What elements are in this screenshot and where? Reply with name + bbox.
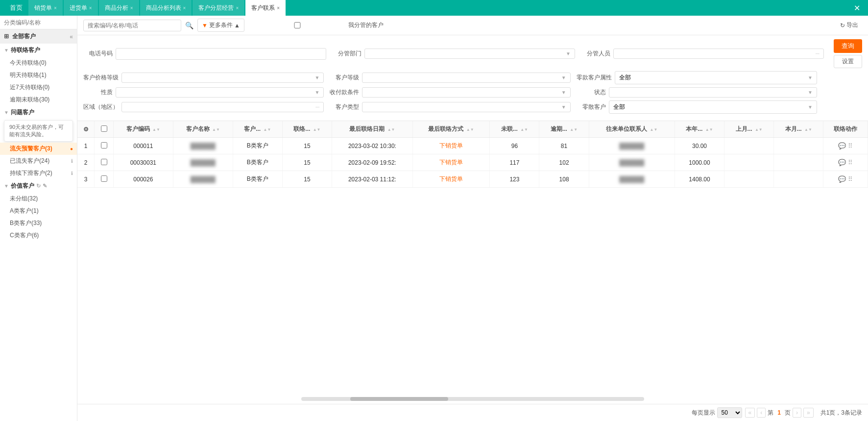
last-method-link-0[interactable]: 下销货单 (439, 142, 463, 149)
sort-arrows-name[interactable]: ▲▼ (212, 127, 220, 132)
phone-input[interactable] (116, 48, 326, 60)
sort-arrows-contact[interactable]: ▲▼ (313, 127, 321, 132)
my-customers-checkbox-label[interactable]: 我分管的客户 (248, 21, 384, 29)
edit-icon[interactable]: ✎ (43, 183, 47, 189)
sidebar-item-7days[interactable]: 近7天待联络(0) (0, 81, 77, 94)
today-label: 今天待联络(0) (10, 59, 73, 67)
nav-tab-close-icon[interactable]: × (130, 5, 133, 11)
status-select[interactable]: ▼ (609, 87, 817, 98)
my-customers-checkbox[interactable] (248, 22, 346, 28)
dept-select[interactable]: ▼ (364, 49, 575, 59)
person-select[interactable]: ··· (613, 49, 824, 59)
filter-customer-level: 客户等级 ▼ (330, 73, 570, 83)
next-page-button[interactable]: › (793, 408, 801, 418)
sidebar-item-churn-warning[interactable]: 流失预警客户(3) ● (0, 143, 77, 155)
more-icon-0[interactable]: ⠿ (848, 142, 853, 149)
cell-checkbox-2[interactable] (95, 171, 114, 188)
chat-icon-2[interactable]: 💬 (838, 175, 846, 183)
sidebar-group-pending-header[interactable]: ▼ 待联络客户 (0, 44, 77, 57)
th-this-month-label: 本月... (785, 125, 802, 132)
nav-tab-close-icon[interactable]: × (236, 5, 239, 11)
nav-tab-商品分析列表[interactable]: 商品分析列表× (140, 0, 192, 16)
row-checkbox-0[interactable] (101, 142, 107, 149)
sidebar-search-input[interactable] (4, 19, 77, 26)
pay-select[interactable]: ▼ (362, 87, 570, 98)
sidebar-item-overdue[interactable]: 逾期未联络(30) (0, 94, 77, 106)
nav-tab-close-icon[interactable]: × (54, 5, 57, 11)
cell-last-date-0: 2023-03-02 10:30: (332, 138, 413, 154)
sort-arrows-contact2[interactable]: ▲▼ (650, 127, 658, 132)
more-icon-2[interactable]: ⠿ (848, 175, 853, 183)
nav-tab-商品分析[interactable]: 商品分析× (99, 0, 139, 16)
th-settings[interactable]: ⚙ (77, 121, 95, 138)
sidebar-item-typeC[interactable]: C类客户(6) (0, 229, 77, 242)
zero-customer-select[interactable]: 全部 ▼ (609, 100, 817, 114)
row-checkbox-1[interactable] (101, 159, 107, 165)
sort-arrows-type[interactable]: ▲▼ (264, 127, 271, 132)
sort-arrows-uncontacted[interactable]: ▲▼ (520, 127, 528, 132)
sidebar-group-problem-header[interactable]: ▼ 问题客户 (0, 106, 77, 119)
sidebar-item-ungrouped[interactable]: 未分组(32) (0, 193, 77, 205)
sidebar-item-typeB[interactable]: B类客户(33) (0, 217, 77, 229)
top-nav: 首页 销货单×进货单×商品分析×商品分析列表×客户分层经营×客户联系× ✕ (0, 0, 868, 16)
sort-arrows-this-year[interactable]: ▲▼ (705, 127, 713, 132)
refresh-icon[interactable]: ↻ (36, 183, 41, 189)
chat-icon-1[interactable]: 💬 (838, 159, 846, 166)
last-method-link-1[interactable]: 下销货单 (439, 159, 463, 166)
scrollbar-thumb[interactable] (350, 397, 448, 401)
price-level-select[interactable]: ▼ (121, 73, 324, 83)
sidebar-group-value-header[interactable]: ▼ 价值客户 ↻ ✎ (0, 179, 77, 193)
nav-tab-客户联系[interactable]: 客户联系× (245, 0, 286, 16)
nav-tab-客户分层经营[interactable]: 客户分层经营× (193, 0, 244, 16)
cell-checkbox-0[interactable] (95, 138, 114, 154)
grid-icon: ⊞ (4, 33, 9, 40)
prev-page-button[interactable]: ‹ (757, 408, 766, 418)
row-checkbox-2[interactable] (101, 175, 107, 182)
sidebar-item-today[interactable]: 今天待联络(0) (0, 57, 77, 69)
sidebar-item-typeA[interactable]: A类客户(1) (0, 205, 77, 217)
first-page-button[interactable]: « (745, 408, 755, 418)
nav-tab-进货单[interactable]: 进货单× (64, 0, 98, 16)
window-close-button[interactable]: ✕ (850, 3, 864, 13)
horizontal-scrollbar[interactable] (301, 397, 644, 401)
cell-last-method-1[interactable]: 下销货单 (412, 154, 490, 171)
nav-tab-close-icon[interactable]: × (89, 5, 92, 11)
sort-arrows-this-month[interactable]: ▲▼ (804, 127, 812, 132)
export-button[interactable]: ↻ 导出 (836, 19, 862, 31)
sort-arrows-last-month[interactable]: ▲▼ (755, 127, 763, 132)
more-conditions-button[interactable]: ▼ 更多条件 ▲ (197, 19, 244, 32)
nature-select[interactable]: ▼ (116, 87, 324, 98)
last-method-link-2[interactable]: 下销货单 (439, 175, 463, 182)
zero-attr-select[interactable]: 全部 ▼ (615, 71, 817, 84)
region-select[interactable]: ··· (121, 102, 324, 112)
search-icon: 🔍 (185, 22, 193, 29)
cell-last-method-2[interactable]: 下销货单 (412, 171, 490, 188)
more-icon-1[interactable]: ⠿ (848, 159, 853, 166)
settings-button[interactable]: 设置 (834, 55, 862, 68)
filter-customer-type: 客户类型 ▼ (330, 102, 570, 112)
sort-arrows-last-method[interactable]: ▲▼ (466, 127, 474, 132)
cell-checkbox-1[interactable] (95, 154, 114, 171)
query-button[interactable]: 查询 (834, 39, 862, 53)
last-page-button[interactable]: » (803, 408, 814, 418)
customer-type-select[interactable]: ▼ (362, 102, 570, 112)
nav-tab-close-icon[interactable]: × (183, 5, 186, 11)
sidebar-item-tomorrow[interactable]: 明天待联络(1) (0, 69, 77, 81)
sidebar-all-customers[interactable]: ⊞ 全部客户 « (0, 29, 77, 44)
per-page-select[interactable]: 50 100 200 (717, 407, 742, 418)
search-input[interactable] (83, 20, 181, 31)
sidebar-item-churned[interactable]: 已流失客户(24) ℹ (0, 155, 77, 167)
export-icon: ↻ (840, 22, 845, 29)
cell-last-method-0[interactable]: 下销货单 (412, 138, 490, 154)
customer-level-select[interactable]: ▼ (362, 73, 570, 83)
nav-tab-close-icon[interactable]: × (277, 5, 280, 11)
arrow-down-icon: ▼ (4, 48, 9, 53)
nav-tab-销货单[interactable]: 销货单× (28, 0, 63, 16)
select-all-checkbox[interactable] (101, 125, 107, 132)
nav-home[interactable]: 首页 (4, 0, 28, 16)
sidebar-item-declining[interactable]: 持续下滑客户(2) ℹ (0, 167, 77, 179)
sort-arrows-overdue[interactable]: ▲▼ (570, 127, 578, 132)
chat-icon-0[interactable]: 💬 (838, 142, 846, 149)
sort-arrows-code[interactable]: ▲▼ (152, 127, 160, 132)
sort-arrows-last-date[interactable]: ▲▼ (387, 127, 395, 132)
